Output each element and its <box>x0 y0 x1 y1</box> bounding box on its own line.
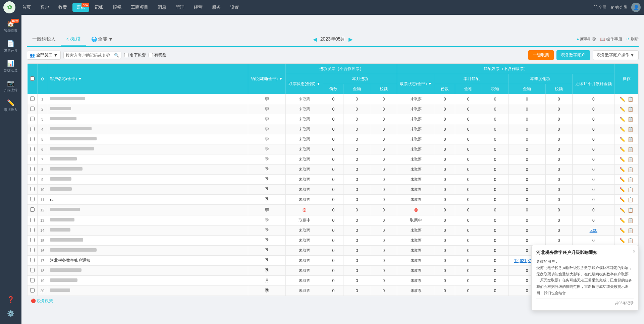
refresh-btn[interactable]: ↺ 刷新 <box>626 37 639 42</box>
fullscreen-btn[interactable]: ⛶ 全屏 <box>593 5 606 10</box>
tax-digital-ops-btn[interactable]: 税务数字账户操作 ▼ <box>593 50 639 60</box>
nav-service[interactable]: 服务 <box>208 3 225 12</box>
account-checkbox[interactable] <box>124 53 128 57</box>
row-checkbox[interactable] <box>30 248 35 252</box>
row-checkbox[interactable] <box>30 127 35 131</box>
select-all-checkbox[interactable] <box>30 76 35 81</box>
year-amount-value: 0 <box>592 197 595 202</box>
row-checkbox[interactable] <box>30 157 35 161</box>
nav-tax[interactable]: 报税 <box>109 3 125 12</box>
copy-icon[interactable]: 📋 <box>627 157 634 162</box>
sidebar-settings[interactable]: ⚙️ <box>1 307 20 320</box>
th-tax-cycle[interactable]: 纳税周期(全部) ▼ <box>248 64 286 94</box>
manual-btn[interactable]: 📖 操作手册 <box>600 37 622 42</box>
row-checkbox[interactable] <box>30 288 35 293</box>
edit-icon[interactable]: ✏️ <box>619 187 626 192</box>
search-input[interactable] <box>66 53 113 58</box>
th-in-status[interactable]: 取票状态(全部) ▼ <box>286 74 323 94</box>
edit-icon[interactable]: ✏️ <box>619 228 626 233</box>
row-checkbox[interactable] <box>30 167 35 171</box>
copy-icon[interactable]: 📋 <box>627 117 634 122</box>
avatar[interactable]: 👤 <box>631 3 641 12</box>
copy-icon[interactable]: 📋 <box>627 177 634 182</box>
edit-icon[interactable]: ✏️ <box>619 238 626 243</box>
edit-icon[interactable]: ✏️ <box>619 207 626 213</box>
edit-icon[interactable]: ✏️ <box>619 167 626 172</box>
taxpad-checkbox[interactable] <box>149 53 153 57</box>
edit-icon[interactable]: ✏️ <box>619 127 626 132</box>
copy-icon[interactable]: 📋 <box>627 187 634 192</box>
copy-icon[interactable]: 📋 <box>627 127 634 132</box>
row-checkbox[interactable] <box>30 96 35 101</box>
sidebar-smart-ticket[interactable]: 🏠 智能取票 new <box>1 17 20 36</box>
row-checkbox[interactable] <box>30 197 35 201</box>
row-checkbox[interactable] <box>30 258 35 262</box>
edit-icon[interactable]: ✏️ <box>619 177 626 182</box>
copy-icon[interactable]: 📋 <box>627 238 634 243</box>
copy-icon[interactable]: 📋 <box>627 137 634 142</box>
th-checkbox <box>28 64 38 94</box>
nav-manage[interactable]: 管理 <box>172 3 189 12</box>
nav-home[interactable]: 首页 <box>18 3 35 12</box>
row-checkbox[interactable] <box>30 147 35 151</box>
nav-customer[interactable]: 客户 <box>36 3 53 12</box>
sidebar-help[interactable]: ❓ <box>1 293 20 306</box>
checkbox-account[interactable]: 名下帐套 <box>124 52 146 58</box>
copy-icon[interactable]: 📋 <box>627 147 634 152</box>
copy-icon[interactable]: 📋 <box>627 207 634 213</box>
row-checkbox[interactable] <box>30 238 35 242</box>
edit-icon[interactable]: ✏️ <box>619 197 626 202</box>
edit-icon[interactable]: ✏️ <box>619 147 626 152</box>
edit-icon[interactable]: ✏️ <box>619 137 626 142</box>
row-checkbox[interactable] <box>30 187 35 191</box>
copy-icon[interactable]: 📋 <box>627 218 634 223</box>
edit-icon[interactable]: ✏️ <box>619 117 626 122</box>
row-checkbox[interactable] <box>30 177 35 181</box>
row-checkbox[interactable] <box>30 268 35 272</box>
th-customer-name[interactable]: 客户名称(全部) ▼ <box>47 64 248 94</box>
copy-icon[interactable]: 📋 <box>627 197 634 202</box>
employee-filter[interactable]: 👥 全部员工 ▼ <box>27 51 61 60</box>
member-btn[interactable]: ♛ 购会员 <box>610 5 627 10</box>
sidebar-invoice-entry[interactable]: ✏️ 票据录入 <box>1 96 20 115</box>
copy-icon[interactable]: 📋 <box>627 167 634 172</box>
row-checkbox[interactable] <box>30 228 35 232</box>
nav-operation[interactable]: 经营 <box>190 3 207 12</box>
nav-bookkeeping[interactable]: 记账 <box>91 3 107 12</box>
nav-business[interactable]: 工商项目 <box>127 3 152 12</box>
edit-icon[interactable]: ✏️ <box>619 107 626 112</box>
nav-charge[interactable]: 收费 <box>54 3 71 12</box>
th-out-status[interactable]: 取票状态(全部) ▼ <box>397 74 435 94</box>
sidebar-scan-upload[interactable]: 📷 扫描上传 <box>1 77 20 95</box>
row-checkbox[interactable] <box>30 278 35 282</box>
sidebar-invoice-summary[interactable]: 📊 票据汇总 <box>1 57 20 75</box>
row-checkbox[interactable] <box>30 218 35 222</box>
row-checkbox[interactable] <box>30 137 35 141</box>
tab-all[interactable]: 🌐 全能 ▼ <box>86 34 118 46</box>
tax-digital-account-btn[interactable]: 税务数字账户 <box>556 50 590 60</box>
checkbox-taxpad[interactable]: 有税盘 <box>149 52 166 58</box>
edit-icon[interactable]: ✏️ <box>619 157 626 162</box>
row-checkbox[interactable] <box>30 117 35 121</box>
nav-invoice[interactable]: 票据 new <box>72 3 89 12</box>
search-box[interactable]: 🔍 <box>63 52 121 59</box>
edit-icon[interactable]: ✏️ <box>619 218 626 223</box>
date-prev-btn[interactable]: ◀ <box>313 36 317 43</box>
row-checkbox[interactable] <box>30 107 35 111</box>
one-click-ticket-btn[interactable]: 一键取票 <box>528 50 554 60</box>
copy-icon[interactable]: 📋 <box>627 228 634 233</box>
notification-close-btn[interactable]: × <box>633 247 636 256</box>
row-checkbox[interactable] <box>30 207 35 212</box>
copy-icon[interactable]: 📋 <box>627 96 634 102</box>
edit-icon[interactable]: ✏️ <box>619 96 626 102</box>
year-amount-value[interactable]: 5.00 <box>590 228 597 233</box>
nav-settings[interactable]: 设置 <box>226 3 243 12</box>
copy-icon[interactable]: 📋 <box>627 107 634 112</box>
guide-btn[interactable]: ● 新手引导 <box>577 37 596 42</box>
nav-message[interactable]: 消息 <box>154 3 170 12</box>
sidebar-invoice-open[interactable]: 📄 发票开具 <box>1 37 20 56</box>
tab-general-taxpayer[interactable]: 一般纳税人 <box>27 34 61 46</box>
date-next-btn[interactable]: ▶ <box>348 36 353 43</box>
policy-link[interactable]: 🔴 税务政策 <box>31 298 53 304</box>
tab-small-scale[interactable]: 小规模 <box>61 34 86 46</box>
